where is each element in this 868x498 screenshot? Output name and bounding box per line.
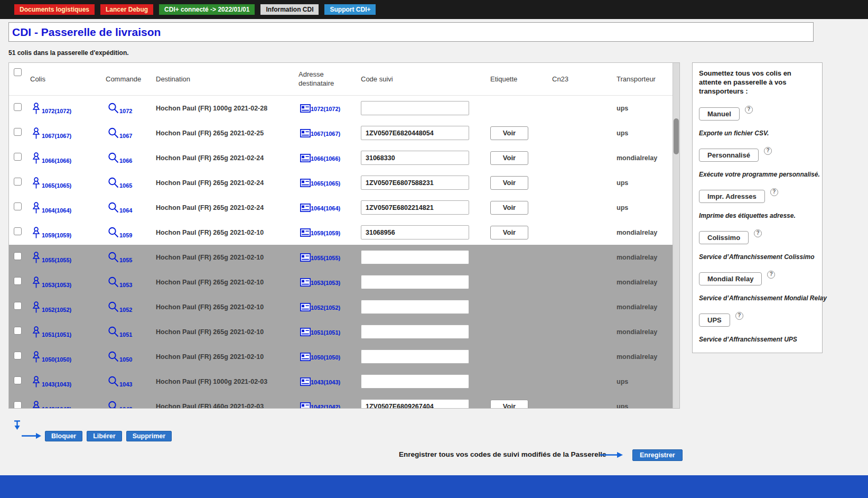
row-checkbox[interactable] [14, 227, 22, 235]
row-checkbox[interactable] [14, 252, 22, 260]
commande-link[interactable]: 1050 [106, 351, 156, 363]
commande-link[interactable]: 1066 [106, 152, 156, 164]
adresse-link[interactable]: 1051(1051) [298, 328, 361, 336]
adresse-link[interactable]: 1050(1050) [298, 353, 361, 361]
code-suivi-input[interactable] [361, 200, 469, 215]
colis-link[interactable]: 1052(1052) [30, 301, 106, 313]
scrollbar-thumb[interactable] [674, 118, 679, 154]
carrier-action: UPS? Service d’Affranchissement UPS [699, 312, 816, 343]
commande-link[interactable]: 1052 [106, 301, 156, 313]
submit-button-ups[interactable]: UPS [699, 313, 730, 327]
row-checkbox[interactable] [14, 202, 22, 210]
code-suivi-input[interactable] [361, 325, 469, 339]
topbar-button-cdi-connecte-2022-01-01[interactable]: CDI+ connecté -> 2022/01/01 [159, 4, 255, 15]
help-icon[interactable]: ? [764, 147, 772, 155]
colis-link[interactable]: 1059(1059) [30, 226, 106, 239]
adresse-link[interactable]: 1064(1064) [298, 204, 361, 212]
table-scrollbar[interactable] [673, 63, 679, 408]
colis-link[interactable]: 1066(1066) [30, 152, 106, 164]
commande-link[interactable]: 1067 [106, 127, 156, 140]
row-checkbox-cell [9, 352, 30, 362]
adresse-link[interactable]: 1042(1042) [298, 402, 361, 409]
voir-button[interactable]: Voir [490, 176, 528, 190]
topbar-button-lancer-debug[interactable]: Lancer Debug [100, 4, 153, 15]
row-checkbox[interactable] [14, 103, 22, 111]
colis-link[interactable]: 1055(1055) [30, 251, 106, 264]
code-suivi-input[interactable] [361, 275, 469, 289]
adresse-link[interactable]: 1055(1055) [298, 253, 361, 262]
row-checkbox[interactable] [14, 376, 22, 384]
select-all-checkbox[interactable] [14, 68, 22, 76]
topbar-button-support-cdi[interactable]: Support CDI+ [324, 4, 376, 15]
help-icon[interactable]: ? [767, 271, 775, 279]
code-suivi-input[interactable] [361, 300, 469, 314]
voir-button[interactable]: Voir [490, 126, 528, 140]
colis-link[interactable]: 1072(1072) [30, 102, 106, 115]
commande-link[interactable]: 1065 [106, 177, 156, 189]
voir-button[interactable]: Voir [490, 226, 528, 239]
search-icon [107, 127, 119, 140]
colis-link[interactable]: 1042(1042) [30, 400, 106, 409]
help-icon[interactable]: ? [754, 229, 762, 237]
topbar-button-information-cdi[interactable]: Information CDI [260, 4, 319, 15]
code-suivi-input[interactable] [361, 176, 469, 190]
adresse-link[interactable]: 1067(1067) [298, 129, 361, 137]
row-checkbox[interactable] [14, 178, 22, 186]
row-checkbox[interactable] [14, 352, 22, 359]
code-suivi-input[interactable] [361, 250, 469, 264]
submit-button-manuel[interactable]: Manuel [699, 107, 740, 121]
commande-link[interactable]: 1042 [106, 400, 156, 409]
help-icon[interactable]: ? [745, 106, 753, 114]
commande-link[interactable]: 1072 [106, 102, 156, 115]
help-icon[interactable]: ? [770, 188, 778, 196]
row-checkbox[interactable] [14, 277, 22, 285]
commande-link[interactable]: 1043 [106, 375, 156, 388]
code-suivi-input[interactable] [361, 225, 469, 239]
colis-link[interactable]: 1067(1067) [30, 127, 106, 140]
code-suivi-input[interactable] [361, 374, 469, 389]
row-checkbox[interactable] [14, 401, 22, 409]
adresse-link[interactable]: 1052(1052) [298, 303, 361, 311]
row-checkbox[interactable] [14, 128, 22, 136]
code-suivi-input[interactable] [361, 399, 469, 409]
colis-link[interactable]: 1050(1050) [30, 351, 106, 363]
code-suivi-input[interactable] [361, 349, 469, 364]
adresse-link[interactable]: 1059(1059) [298, 228, 361, 237]
save-button[interactable]: Enregistrer [632, 449, 683, 461]
bulk-button-bloquer[interactable]: Bloquer [45, 431, 82, 441]
voir-button[interactable]: Voir [490, 400, 528, 409]
adresse-link[interactable]: 1072(1072) [298, 104, 361, 113]
commande-link[interactable]: 1059 [106, 226, 156, 239]
help-icon[interactable]: ? [735, 312, 743, 320]
topbar-button-documents-logistiques[interactable]: Documents logistiques [14, 4, 95, 15]
bulk-button-liberer[interactable]: Libérer [87, 431, 122, 441]
code-suivi-input[interactable] [361, 126, 469, 140]
colis-link[interactable]: 1065(1065) [30, 177, 106, 189]
submit-button-colissimo[interactable]: Colissimo [699, 231, 749, 244]
adresse-link[interactable]: 1065(1065) [298, 179, 361, 187]
colis-link[interactable]: 1053(1053) [30, 276, 106, 289]
adresse-link[interactable]: 1053(1053) [298, 278, 361, 287]
submit-button-personnalise[interactable]: Personnalisé [699, 149, 759, 162]
colis-link[interactable]: 1051(1051) [30, 326, 106, 338]
row-checkbox[interactable] [14, 153, 22, 161]
adresse-link[interactable]: 1066(1066) [298, 154, 361, 162]
adresse-link[interactable]: 1043(1043) [298, 377, 361, 386]
row-checkbox[interactable] [14, 327, 22, 335]
commande-link[interactable]: 1051 [106, 326, 156, 338]
voir-button[interactable]: Voir [490, 201, 528, 215]
submit-button-impr-adresses[interactable]: Impr. Adresses [699, 190, 765, 203]
table-row: 1064(1064) 1064 Hochon Paul (FR) 265g 20… [9, 195, 679, 220]
row-checkbox[interactable] [14, 302, 22, 310]
destination-text: Hochon Paul (FR) 265g 2021-02-10 [156, 279, 298, 286]
commande-link[interactable]: 1053 [106, 276, 156, 289]
code-suivi-input[interactable] [361, 151, 469, 165]
colis-link[interactable]: 1043(1043) [30, 375, 106, 388]
submit-button-mondial-relay[interactable]: Mondial Relay [699, 272, 762, 285]
commande-link[interactable]: 1055 [106, 251, 156, 264]
voir-button[interactable]: Voir [490, 151, 528, 165]
bulk-button-supprimer[interactable]: Supprimer [126, 431, 172, 441]
colis-link[interactable]: 1064(1064) [30, 201, 106, 214]
code-suivi-input[interactable] [361, 101, 469, 115]
commande-link[interactable]: 1064 [106, 201, 156, 214]
